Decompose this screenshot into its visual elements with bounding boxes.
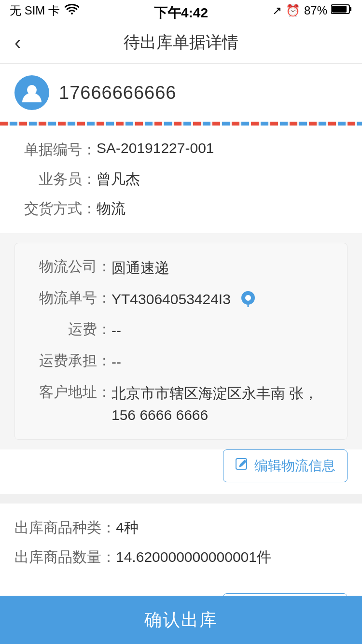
order-info-section: 单据编号： SA-20191227-001 业务员： 曾凡杰 交货方式： 物流 — [0, 126, 362, 233]
svg-point-5 — [245, 295, 251, 301]
logistics-tracking-row: 物流单号： YT43064053424I3 — [29, 288, 333, 310]
user-section: 17666666666 — [0, 64, 362, 122]
wifi-icon — [65, 4, 79, 17]
sales-person-value: 曾凡杰 — [97, 169, 348, 189]
page-title: 待出库单据详情 — [124, 31, 238, 54]
sales-person-row: 业务员： 曾凡杰 — [14, 169, 348, 189]
freight-value: -- — [111, 320, 333, 341]
sales-person-label: 业务员： — [14, 169, 97, 189]
alarm-icon: ⏰ — [286, 4, 300, 17]
logistics-company-value: 圆通速递 — [111, 257, 333, 279]
avatar — [14, 75, 49, 110]
status-left: 无 SIM 卡 — [10, 3, 79, 18]
logistics-tracking-value: YT43064053424I3 — [111, 288, 333, 310]
address-label: 客户地址： — [29, 382, 111, 402]
status-right: ↗ ⏰ 87% — [272, 4, 352, 17]
section-divider — [0, 494, 362, 504]
goods-types-value: 4种 — [116, 518, 348, 538]
address-row: 客户地址： 北京市市辖区海淀区永丰南 张，156 6666 6666 — [29, 382, 333, 426]
svg-rect-1 — [349, 7, 351, 11]
tracking-number: YT43064053424I3 — [111, 288, 231, 310]
delivery-row: 交货方式： 物流 — [14, 199, 348, 219]
order-number-label: 单据编号： — [14, 140, 97, 160]
status-time: 下午4:42 — [154, 4, 208, 22]
edit-logistics-label: 编辑物流信息 — [254, 457, 335, 475]
logistics-tracking-label: 物流单号： — [29, 288, 111, 308]
freight-bearer-value: -- — [111, 351, 333, 373]
logistics-company-row: 物流公司： 圆通速递 — [29, 257, 333, 279]
delivery-value: 物流 — [97, 199, 348, 219]
address-value: 北京市市辖区海淀区永丰南 张，156 6666 6666 — [111, 382, 333, 426]
logistics-company-label: 物流公司： — [29, 257, 111, 277]
order-number-value: SA-20191227-001 — [97, 140, 348, 156]
sim-label: 无 SIM 卡 — [10, 3, 60, 18]
freight-row: 运费： -- — [29, 320, 333, 341]
location-status-icon: ↗ — [272, 4, 282, 17]
goods-quantity-label: 出库商品数量： — [14, 547, 116, 567]
edit-logistics-button[interactable]: 编辑物流信息 — [223, 449, 348, 482]
freight-bearer-label: 运费承担： — [29, 351, 111, 371]
content: 17666666666 单据编号： SA-20191227-001 业务员： 曾… — [0, 64, 362, 644]
back-button[interactable]: ‹ — [14, 33, 21, 52]
order-number-row: 单据编号： SA-20191227-001 — [14, 140, 348, 160]
user-phone: 17666666666 — [59, 83, 176, 103]
battery-icon — [331, 4, 352, 17]
goods-quantity-value: 14.620000000000001件 — [116, 547, 348, 567]
status-bar: 无 SIM 卡 下午4:42 ↗ ⏰ 87% — [0, 0, 362, 21]
confirm-button-label: 确认出库 — [144, 608, 218, 632]
battery-level: 87% — [304, 4, 327, 17]
delivery-label: 交货方式： — [14, 199, 97, 219]
goods-types-row: 出库商品种类： 4种 — [14, 518, 348, 538]
svg-rect-2 — [332, 6, 347, 13]
goods-section: 出库商品种类： 4种 出库商品数量： 14.620000000000001件 — [0, 504, 362, 582]
goods-quantity-row: 出库商品数量： 14.620000000000001件 — [14, 547, 348, 567]
confirm-bar[interactable]: 确认出库 — [0, 596, 362, 644]
freight-label: 运费： — [29, 320, 111, 339]
nav-bar: ‹ 待出库单据详情 — [0, 21, 362, 64]
edit-logistics-container: 编辑物流信息 — [0, 449, 362, 494]
edit-icon — [235, 458, 249, 475]
freight-bearer-row: 运费承担： -- — [29, 351, 333, 373]
dashed-divider — [0, 122, 362, 126]
logistics-box: 物流公司： 圆通速递 物流单号： YT43064053424I3 运费： -- — [14, 243, 348, 440]
goods-types-label: 出库商品种类： — [14, 518, 116, 538]
